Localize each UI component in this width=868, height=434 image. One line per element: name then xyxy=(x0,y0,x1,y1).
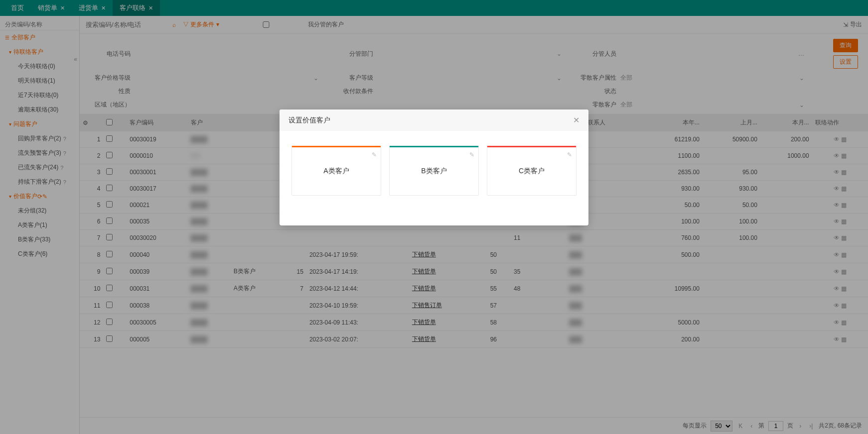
modal-overlay[interactable]: 设置价值客户 ✕ ✎A类客户✎B类客户✎C类客户 xyxy=(0,0,868,434)
dialog-title: 设置价值客户 xyxy=(289,116,330,125)
close-icon[interactable]: ✕ xyxy=(573,115,579,125)
edit-icon[interactable]: ✎ xyxy=(469,151,474,158)
edit-icon[interactable]: ✎ xyxy=(567,151,572,158)
edit-icon[interactable]: ✎ xyxy=(372,151,377,158)
value-card[interactable]: ✎C类客户 xyxy=(487,146,577,196)
value-card[interactable]: ✎A类客户 xyxy=(291,146,381,196)
value-customer-dialog: 设置价值客户 ✕ ✎A类客户✎B类客户✎C类客户 xyxy=(280,109,588,225)
value-card[interactable]: ✎B类客户 xyxy=(389,146,479,196)
